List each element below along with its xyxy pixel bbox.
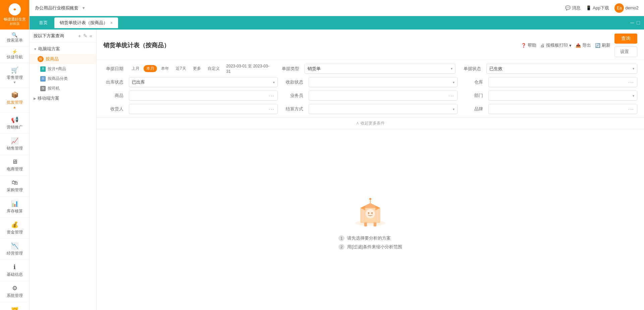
tree-group-pc[interactable]: ▼ 电脑端方案 [30, 44, 96, 54]
tree-subitem-category[interactable]: 回 按商品分类 [30, 74, 96, 84]
active-tab-label: 销货单统计表（按商品） [60, 20, 108, 26]
sidebar-item-inventory[interactable]: 📊 库存核算 [0, 197, 29, 218]
collapse-panel-btn[interactable]: « [90, 33, 92, 39]
salesperson-select[interactable]: ··· [309, 91, 458, 101]
edit-scheme-btn[interactable]: ✎ [83, 33, 88, 39]
product-select[interactable]: ··· [129, 91, 278, 101]
date-tab-more[interactable]: 更多 [190, 65, 204, 72]
retail-arrow: ▼ [13, 81, 16, 84]
sidebar-nav[interactable]: ⚡ 快捷导航 [0, 46, 29, 63]
tip1-num: 1 [338, 235, 344, 241]
logo-subtext: 标账版 [10, 21, 20, 26]
empty-illustration [350, 190, 390, 230]
warehouse-select[interactable]: ··· [488, 77, 637, 87]
brand-label: 品牌 [463, 106, 483, 112]
doc-type-select[interactable]: 销货单 ▾ [305, 64, 455, 74]
add-scheme-btn[interactable]: + [78, 33, 81, 39]
pc-group-arrow: ▼ [34, 47, 37, 51]
tree-subitem-month-product-label: 按月+商品 [48, 66, 66, 72]
tree-subitem-driver-label: 按司机 [48, 86, 60, 91]
date-tab-this-month[interactable]: 本月 [144, 65, 157, 72]
app-download-btn[interactable]: 📱 App下载 [586, 5, 609, 11]
doc-status-value: 已生效 [489, 66, 502, 72]
user-info[interactable]: Ea demo2 [614, 3, 639, 13]
sidebar-item-purchase[interactable]: 🛍 采购管理 [0, 176, 29, 197]
svg-point-8 [371, 212, 373, 214]
tab-active[interactable]: 销货单统计表（按商品） × [54, 17, 118, 28]
sidebar-item-basic[interactable]: ℹ 基础信息 [0, 260, 29, 281]
sidebar-label-operations: 经营管理 [7, 251, 23, 256]
out-status-select[interactable]: 已出库 ▾ [129, 77, 278, 87]
tree-item-by-product[interactable]: 按 按商品 [30, 54, 96, 64]
sidebar-label-ecommerce: 电商管理 [7, 166, 23, 172]
user-name: demo2 [625, 5, 639, 10]
sidebar-item-system[interactable]: ⚙ 系统管理 [0, 281, 29, 302]
sidebar-search[interactable]: 🔍 搜索菜单 [0, 30, 29, 46]
tab-close-icon[interactable]: × [110, 20, 113, 25]
sidebar-item-operations[interactable]: 📉 经营管理 [0, 239, 29, 260]
filter-row-1: 单据日期 上月 本月 本年 近7天 更多 自定义 2023-03-01 至 20… [103, 63, 637, 74]
tab-maximize-btn[interactable]: □ [637, 20, 640, 26]
date-tab-custom[interactable]: 自定义 [205, 65, 222, 72]
topbar-right: 💬 消息 📱 App下载 Ea demo2 [565, 3, 639, 13]
refresh-btn[interactable]: 🔄 刷新 [595, 42, 610, 48]
sidebar-item-wholesale[interactable]: 📦 批发管理 ▲ [0, 88, 29, 113]
main-area: 办公用品行业模拟账套 ▾ 💬 消息 📱 App下载 Ea demo2 首页 [30, 0, 644, 310]
refresh-label: 刷新 [602, 42, 610, 48]
settings-btn[interactable]: 设置 [614, 46, 637, 57]
collapse-bar[interactable]: ∧ 收起更多条件 [97, 118, 644, 129]
payment-method-arrow: ▾ [453, 107, 454, 111]
sidebar-label-wholesale: 批发管理 [7, 100, 23, 105]
print-btn[interactable]: 🖨 按模板打印 ▾ [540, 42, 572, 48]
export-icon: 📤 [576, 43, 581, 48]
avatar: Ea [614, 3, 624, 13]
industry-label: 办公用品行业模拟账套 [35, 5, 78, 11]
department-select[interactable]: ▾ [488, 91, 637, 101]
sidebar-item-retail[interactable]: 🛒 零售管理 ▼ [0, 63, 29, 88]
tree-subitem-driver[interactable]: 按 按司机 [30, 84, 96, 93]
tab-minimize-btn[interactable]: ─ [630, 20, 634, 26]
date-tab-this-year[interactable]: 本年 [158, 65, 172, 72]
tree-group-mobile[interactable]: ▶ 移动端方案 [30, 93, 96, 103]
tree-subitem-month-product[interactable]: 月 按月+商品 [30, 64, 96, 74]
page-actions: ❓ 帮助 🖨 按模板打印 ▾ 📤 导出 🔄 刷新 [521, 34, 637, 57]
sidebar-item-finance[interactable]: 💰 资金管理 [0, 218, 29, 239]
help-btn[interactable]: ❓ 帮助 [521, 42, 536, 48]
topbar-dropdown-icon[interactable]: ▾ [83, 5, 85, 10]
sidebar-label-purchase: 采购管理 [7, 187, 23, 193]
print-arrow: ▾ [569, 43, 572, 48]
date-tab-last-month[interactable]: 上月 [129, 65, 142, 72]
filter-area: 单据日期 上月 本月 本年 近7天 更多 自定义 2023-03-01 至 20… [97, 60, 644, 118]
svg-point-10 [369, 198, 371, 200]
department-label: 部门 [463, 93, 483, 99]
sidebar-item-sales[interactable]: 📈 销售管理 [0, 134, 29, 155]
logo-icon [9, 3, 21, 15]
date-range-display: 2023-03-01 至 2023-03-31 [226, 63, 274, 74]
message-btn[interactable]: 💬 消息 [565, 5, 581, 11]
brand-select[interactable]: ··· [488, 104, 637, 114]
sidebar: 畅捷通好生意 标账版 🔍 搜索菜单 ⚡ 快捷导航 🛒 零售管理 ▼ 📦 批发管理… [0, 0, 30, 310]
export-btn[interactable]: 📤 导出 [576, 42, 591, 48]
marketing-icon: 📢 [11, 116, 18, 123]
sidebar-item-ecommerce[interactable]: 🖥 电商管理 [0, 155, 29, 176]
panel-header-actions: + ✎ « [78, 33, 92, 39]
tip2-num: 2 [338, 244, 344, 250]
filter-row-3: 商品 ··· 业务员 ··· 部门 ▾ [103, 91, 637, 101]
payment-status-select[interactable]: ▾ [309, 77, 458, 87]
payment-method-select[interactable]: ▾ [309, 104, 458, 114]
sidebar-label-finance: 资金管理 [7, 229, 23, 235]
receiver-select[interactable]: ··· [129, 104, 278, 114]
query-btn[interactable]: 查询 [614, 34, 637, 44]
brand-dots: ··· [628, 106, 634, 112]
date-tab-7days[interactable]: 近7天 [173, 65, 189, 72]
message-icon: 💬 [565, 5, 571, 10]
content-wrapper: 按以下方案查询 + ✎ « ▼ 电脑端方案 按 按商品 月 按月+ [30, 30, 644, 310]
sidebar-item-marketing[interactable]: 📢 营销推广 [0, 113, 29, 134]
doc-status-select[interactable]: 已生效 ▾ [486, 64, 637, 74]
tab-home[interactable]: 首页 [34, 17, 53, 28]
page-header: 销货单统计表（按商品） ❓ 帮助 🖨 按模板打印 ▾ 📤 导出 [97, 30, 644, 60]
sidebar-item-corp[interactable]: 🤝 企业协同 [0, 302, 29, 310]
home-tab-label: 首页 [39, 20, 48, 26]
logo-text: 畅捷通好生意 [4, 17, 26, 21]
wholesale-arrow: ▲ [13, 105, 16, 109]
